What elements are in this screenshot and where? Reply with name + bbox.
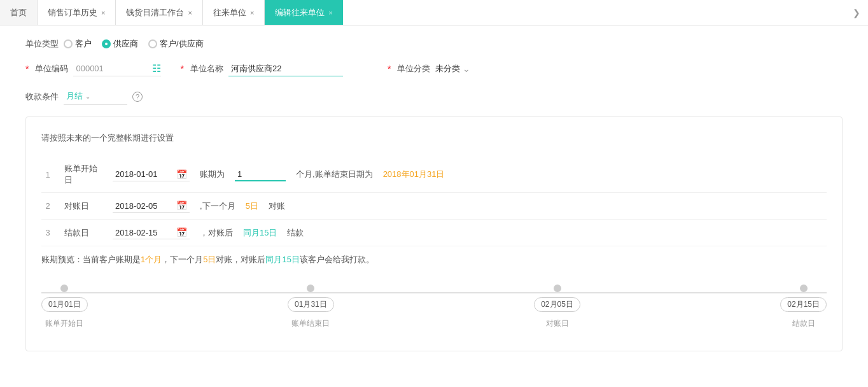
preview-highlight3: 同月15日 (265, 255, 299, 264)
unit-code-input-wrapper: ☷ (73, 61, 161, 76)
tab-bar: 首页 销售订单历史 × 钱货日清工作台 × 往来单位 × 编辑往来单位 × ❯ (0, 0, 868, 25)
unit-name-label: 单位名称 (190, 63, 223, 74)
radio-supplier[interactable]: 供应商 (102, 38, 138, 50)
preview-highlight2: 5日 (203, 255, 216, 264)
payment-terms-field: 收款条件 月结 ⌄ ? (25, 88, 143, 105)
timeline-node-3: 02月15日 结款日 (780, 285, 827, 329)
node-pill-1: 01月31日 (288, 297, 334, 312)
node-dot-1 (307, 285, 314, 292)
preview-section: 账期预览：当前客户账期是1个月，下一个月5日对账，对账后同月15日该客户会给我打… (41, 246, 827, 265)
recon-date-input[interactable] (115, 201, 172, 211)
row-desc-1-prefix: 账期为 (200, 169, 225, 180)
tab-cash-work-label: 钱货日清工作台 (126, 7, 184, 18)
preview-highlight1: 1个月 (141, 255, 162, 264)
tab-edit-partner[interactable]: 编辑往来单位 × (265, 0, 342, 25)
timeline-node-2: 02月05日 对账日 (534, 285, 580, 329)
payment-terms-select[interactable]: 月结 ⌄ (64, 88, 127, 105)
required-mark-name: * (180, 64, 183, 74)
tab-home[interactable]: 首页 (0, 0, 38, 25)
timeline-nodes: 01月01日 账单开始日 01月31日 账单结束日 02月05日 对账日 02月… (41, 285, 827, 329)
node-pill-3: 02月15日 (780, 297, 827, 312)
dropdown-arrow-icon: ⌄ (463, 64, 470, 74)
required-mark-cat: * (388, 64, 391, 74)
tab-partner-unit-label: 往来单位 (213, 7, 246, 18)
settings-panel: 请按照未来的一个完整帐期进行设置 1 账单开始日 📅 账期为 个月,账单结束日期… (25, 116, 843, 351)
copy-icon[interactable]: ☷ (152, 62, 161, 74)
radio-customer-circle (64, 39, 73, 48)
tab-expand-button[interactable]: ❯ (845, 0, 868, 25)
radio-both[interactable]: 客户/供应商 (148, 38, 204, 50)
required-mark: * (25, 64, 29, 74)
unit-code-field: * 单位编码 ☷ (25, 61, 161, 76)
unit-name-input[interactable] (228, 61, 343, 76)
recon-date-field: 📅 (113, 199, 190, 213)
panel-instruction: 请按照未来的一个完整帐期进行设置 (41, 132, 827, 144)
node-dot-2 (554, 285, 561, 292)
radio-customer-label: 客户 (75, 38, 92, 50)
unit-type-field: 单位类型 客户 供应商 客户/供应商 (25, 38, 204, 50)
calendar-icon-2[interactable]: 📅 (176, 201, 187, 211)
row-desc-2-suffix: 对账 (269, 201, 285, 212)
select-arrow-icon: ⌄ (85, 93, 90, 100)
row-num-3: 3 (41, 228, 54, 237)
unit-category-field: * 单位分类 未分类 ⌄ (388, 63, 550, 74)
row-num-1: 1 (41, 170, 54, 179)
node-label-2: 对账日 (546, 318, 569, 329)
payment-terms-value: 月结 (66, 90, 83, 102)
preview-suffix: 该客户会给我打款。 (300, 255, 374, 264)
node-dot-0 (60, 285, 68, 292)
row-num-2: 2 (41, 201, 54, 211)
node-label-1: 账单结束日 (291, 318, 330, 329)
tab-cash-work[interactable]: 钱货日清工作台 × (116, 0, 202, 25)
row-label-1: 账单开始日 (64, 163, 102, 186)
close-icon[interactable]: × (250, 9, 254, 17)
timeline-node-0: 01月01日 账单开始日 (41, 285, 88, 329)
node-label-3: 结款日 (792, 318, 815, 329)
row-desc-1-suffix: 个月,账单结束日期为 (296, 169, 373, 180)
radio-customer[interactable]: 客户 (64, 38, 92, 50)
row-desc-3-suffix: 结款 (287, 227, 304, 239)
close-icon[interactable]: × (101, 9, 105, 17)
setting-row-2: 2 对账日 📅 ,下一个月 5日 对账 (41, 193, 827, 220)
tab-partner-unit[interactable]: 往来单位 × (203, 0, 265, 25)
month-input[interactable] (235, 168, 286, 181)
radio-both-label: 客户/供应商 (160, 38, 204, 50)
calendar-icon-3[interactable]: 📅 (176, 227, 187, 237)
preview-mid1: ，下一个月 (162, 255, 203, 264)
row-label-3: 结款日 (64, 227, 102, 239)
unit-info-row: * 单位编码 ☷ * 单位名称 * 单位分类 未分类 ⌄ (25, 61, 843, 76)
timeline-node-1: 01月31日 账单结束日 (288, 285, 334, 329)
chevron-right-icon: ❯ (853, 8, 860, 18)
radio-supplier-label: 供应商 (113, 38, 138, 50)
setting-row-1: 1 账单开始日 📅 账期为 个月,账单结束日期为 2018年01月31日 (41, 157, 827, 193)
tab-home-label: 首页 (10, 7, 27, 18)
close-icon[interactable]: × (328, 9, 332, 17)
payment-date-field: 📅 (113, 226, 190, 239)
payment-date-input[interactable] (115, 228, 172, 237)
calendar-icon-1[interactable]: 📅 (176, 169, 187, 179)
recon-day-highlight: 5日 (246, 201, 258, 212)
payment-terms-label: 收款条件 (25, 91, 59, 102)
close-icon[interactable]: × (188, 9, 192, 17)
unit-category-label: 单位分类 (397, 63, 430, 74)
node-pill-2: 02月05日 (534, 297, 580, 312)
tab-sales-history[interactable]: 销售订单历史 × (38, 0, 116, 25)
node-dot-3 (800, 285, 808, 292)
radio-both-circle (148, 39, 157, 48)
tab-edit-partner-label: 编辑往来单位 (275, 7, 325, 18)
unit-category-dropdown[interactable]: 未分类 ⌄ (435, 63, 550, 74)
unit-code-input[interactable] (73, 61, 150, 76)
end-date-highlight: 2018年01月31日 (383, 169, 445, 180)
node-label-0: 账单开始日 (45, 318, 83, 329)
unit-category-value: 未分类 (435, 63, 460, 74)
preview-mid2: 对账，对账后 (216, 255, 265, 264)
timeline: 01月01日 账单开始日 01月31日 账单结束日 02月05日 对账日 02月… (41, 278, 827, 335)
row-desc-2-prefix: ,下一个月 (200, 201, 235, 212)
unit-type-label: 单位类型 (25, 38, 59, 50)
main-content: 单位类型 客户 供应商 客户/供应商 * 单位编码 (0, 25, 868, 387)
start-date-input[interactable] (115, 169, 172, 179)
help-icon[interactable]: ? (132, 92, 143, 102)
payment-terms-row: 收款条件 月结 ⌄ ? (25, 88, 843, 105)
start-date-field: 📅 (113, 168, 190, 181)
row-desc-3-prefix: ，对账后 (200, 227, 233, 239)
